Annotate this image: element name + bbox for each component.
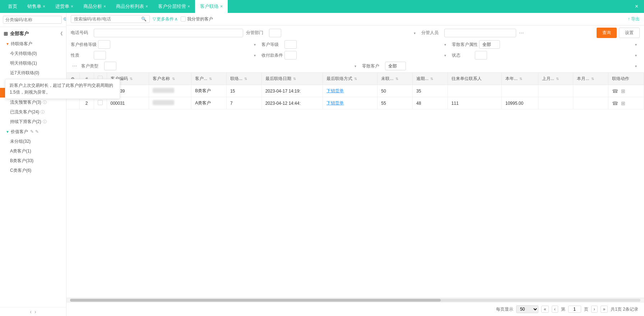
status-select[interactable] [475, 51, 487, 60]
sort-icon-tmonth: ⇅ [591, 77, 594, 81]
sort-icon-year: ⇅ [519, 77, 522, 81]
th-contact[interactable]: 联络... ⇅ [226, 73, 261, 85]
td-name [149, 97, 191, 109]
sidebar-collapse-icon[interactable]: 《 [58, 31, 62, 37]
payment-select[interactable] [284, 51, 297, 60]
nav-analysis-close[interactable]: × [103, 4, 106, 9]
action-grid-icon[interactable]: ⊞ [621, 88, 625, 94]
customer-level-select[interactable] [284, 40, 297, 49]
page-input[interactable] [568, 306, 581, 313]
th-last-method[interactable]: 最后联络方式 ⇅ [323, 73, 377, 85]
query-btn[interactable]: 查询 [597, 28, 617, 38]
info-icon-2: ⓘ [43, 99, 47, 106]
dept-select[interactable] [269, 29, 281, 37]
sidebar-next-btn[interactable]: › [34, 309, 36, 315]
th-this-year[interactable]: 本年... ⇅ [502, 73, 538, 85]
my-customers-label: 我分管的客户 [187, 16, 213, 22]
phone-input[interactable] [94, 29, 243, 37]
sidebar-prev-btn[interactable]: ‹ [30, 309, 32, 315]
th-last-date[interactable]: 最后联络日期 ⇅ [261, 73, 323, 85]
my-customers-checkbox-area[interactable]: 我分管的客户 [181, 16, 213, 22]
nav-analysis-list[interactable]: 商品分析列表 × [111, 0, 153, 13]
action-phone-icon[interactable]: ☎ [612, 100, 618, 106]
first-page-btn[interactable]: « [541, 306, 549, 313]
my-customers-checkbox[interactable] [181, 16, 186, 22]
nav-purchase-close[interactable]: × [71, 4, 73, 9]
price-level-select[interactable] [98, 40, 110, 49]
sidebar-item-churned[interactable]: 已流失客户(24) ⓘ [0, 107, 66, 117]
next-page-btn[interactable]: › [591, 306, 598, 313]
7days-contact-label: 近7天待联络(0) [10, 70, 39, 75]
person-more-btn[interactable]: ··· [518, 30, 525, 36]
person-input[interactable] [444, 29, 516, 37]
sidebar-search-icon[interactable]: 🔍 [63, 17, 66, 22]
td-last-date: 2023-04-17 14:19: [261, 85, 323, 97]
customer-type-select[interactable] [104, 62, 116, 70]
action-grid-icon[interactable]: ⊞ [621, 100, 625, 106]
td-type: A类客户 [191, 97, 227, 109]
last-method-link[interactable]: 下销货单 [326, 100, 344, 105]
status-label: 状态 [452, 52, 473, 58]
scroll-track [70, 299, 640, 302]
sidebar-item-a-class[interactable]: A类客户(1) [0, 146, 66, 156]
sidebar-item-b-class[interactable]: B类客户(33) [0, 156, 66, 166]
customer-level-label: 客户等级 [261, 42, 283, 48]
sidebar-wait-contact-group[interactable]: ▼ 待联络客户 [0, 39, 66, 49]
nav-customer-tier[interactable]: 客户分层经营 × [153, 0, 195, 13]
search-input[interactable] [74, 16, 140, 22]
settings-btn[interactable]: 设置 [619, 28, 640, 38]
row4-more-btn[interactable]: ··· [71, 63, 78, 69]
arrow-icon: ▼ [6, 42, 9, 46]
th-last-month[interactable]: 上月... ⇅ [538, 73, 573, 85]
search-icon[interactable]: 🔍 [141, 16, 147, 22]
retail-customer-select[interactable]: 全部 [385, 62, 406, 70]
th-name[interactable]: 客户名称 ⇅ [149, 73, 191, 85]
customer-name-blurred [153, 88, 174, 93]
nav-customer-contact[interactable]: 客户联络 × [195, 0, 228, 13]
value-customer-title: 价值客户 [11, 129, 28, 135]
more-conditions-btn[interactable]: ▽ 更多条件 ∧ [153, 16, 178, 22]
nav-home[interactable]: 首页 [3, 0, 22, 13]
window-close-icon[interactable]: × [632, 3, 641, 10]
td-unit-contact [448, 85, 501, 97]
retail-attr-select[interactable]: 全部 [479, 40, 500, 49]
action-phone-icon[interactable]: ☎ [612, 88, 618, 94]
nature-select[interactable] [94, 51, 106, 60]
sidebar-item-c-class[interactable]: C类客户(6) [0, 166, 66, 175]
row-checkbox[interactable] [98, 100, 103, 105]
today-contact-label: 今天待联络(0) [10, 51, 37, 56]
nav-analysis-list-close[interactable]: × [145, 4, 148, 9]
sidebar-search-area: 🔍 [0, 13, 66, 27]
last-page-btn[interactable]: » [601, 306, 608, 313]
nav-customer-tier-close[interactable]: × [187, 4, 190, 9]
last-method-link[interactable]: 下销货单 [326, 88, 344, 93]
sidebar-item-declining[interactable]: 持续下滑客户(2) ⓘ [0, 117, 66, 127]
th-uncontacted[interactable]: 未联... ⇅ [377, 73, 413, 85]
prev-page-btn[interactable]: ‹ [552, 306, 558, 313]
export-btn[interactable]: ↑ 导出 [628, 16, 640, 22]
nav-sales-close[interactable]: × [43, 4, 45, 9]
sidebar-item-tomorrow[interactable]: 明天待联络(1) [0, 58, 66, 68]
value-customer-more[interactable]: ✎ [35, 129, 39, 134]
customer-table: ⚙ # 客户编码 ⇅ 客户名称 ⇅ 客户... ⇅ 联络... ⇅ 最后联络日期… [66, 73, 644, 109]
nav-customer-contact-close[interactable]: × [220, 4, 223, 9]
horizontal-scrollbar[interactable] [66, 298, 644, 302]
sidebar-all-customers[interactable]: ⊞ 全部客户 《 [0, 28, 66, 39]
sidebar-item-today[interactable]: 今天待联络(0) [0, 49, 66, 58]
sort-icon-type: ⇅ [209, 77, 212, 81]
th-this-month[interactable]: 本月... ⇅ [573, 73, 608, 85]
sidebar-item-7days[interactable]: 近7天待联络(0) [0, 68, 66, 78]
sidebar-item-ungrouped[interactable]: 未分组(32) [0, 137, 66, 146]
nav-analysis[interactable]: 商品分析 × [78, 0, 111, 13]
per-page-select[interactable]: 50 [516, 305, 538, 313]
tomorrow-contact-label: 明天待联络(1) [10, 61, 37, 66]
sidebar-search-input[interactable] [3, 16, 62, 24]
th-type[interactable]: 客户... ⇅ [191, 73, 227, 85]
nav-sales[interactable]: 销售单 × [22, 0, 50, 13]
scroll-thumb[interactable] [70, 299, 441, 302]
sidebar-item-churn-warning[interactable]: 流失预警客户(3) ⓘ [0, 98, 66, 107]
th-overdue[interactable]: 逾期... ⇅ [413, 73, 448, 85]
nav-purchase[interactable]: 进货单 × [50, 0, 78, 13]
dept-label: 分管部门 [246, 30, 268, 36]
value-customer-edit[interactable]: ✎ [30, 129, 34, 134]
